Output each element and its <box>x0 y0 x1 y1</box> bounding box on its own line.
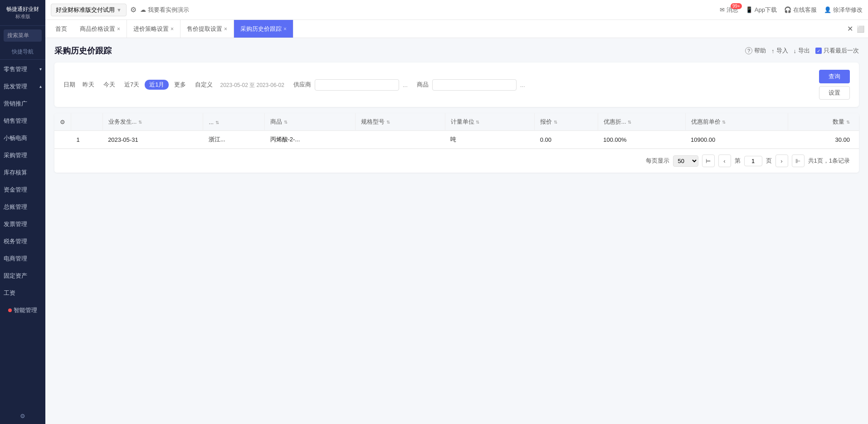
table-gear-col[interactable]: ⚙ <box>54 113 71 131</box>
tab-history-price[interactable]: 采购历史价跟踪 × <box>234 20 293 38</box>
th-discount-label: 优惠折... <box>604 118 626 125</box>
supplier-dots[interactable]: ... <box>403 82 408 88</box>
th-quote[interactable]: 报价 ⇅ <box>535 113 598 131</box>
th-business-date[interactable]: 业务发生... ⇅ <box>102 113 203 131</box>
th-quantity[interactable]: 数量 ⇅ <box>788 113 859 131</box>
goods-input[interactable] <box>432 79 517 91</box>
sidebar-item-tax[interactable]: 税务管理 <box>0 233 45 250</box>
th-discount[interactable]: 优惠折... ⇅ <box>598 113 685 131</box>
th-goods[interactable]: 商品 ⇅ <box>265 113 356 131</box>
tab-sale-price[interactable]: 售价提取设置 × <box>180 20 234 38</box>
th-spec-label: 规格型号 <box>361 118 385 125</box>
sidebar-item-invoice[interactable]: 发票管理 <box>0 216 45 233</box>
only-last-checkbox[interactable]: ✓ <box>815 48 822 54</box>
sidebar-item-marketing[interactable]: 营销推广 <box>0 95 45 112</box>
only-last-checkbox-group[interactable]: ✓ 只看最后一次 <box>815 47 859 55</box>
app-download-btn[interactable]: 📱 App下载 <box>746 6 777 14</box>
next-page-btn[interactable]: › <box>775 154 788 167</box>
import-btn[interactable]: ↑ 导入 <box>771 47 788 55</box>
tab-sale-price-close-icon[interactable]: × <box>224 26 227 32</box>
date-btn-more[interactable]: 更多 <box>171 80 190 90</box>
export-icon: ↓ <box>794 48 797 54</box>
sidebar-item-ecommerce[interactable]: 电商管理 <box>0 250 45 267</box>
sort-discount-icon: ⇅ <box>628 120 631 125</box>
tab-purchase-strategy-close-icon[interactable]: × <box>171 26 174 32</box>
version-label: 好业财标准版交付试用 <box>56 6 115 14</box>
sidebar-divider <box>0 59 45 60</box>
row-unit-cell: 吨 <box>445 131 535 149</box>
export-btn[interactable]: ↓ 导出 <box>794 47 810 55</box>
per-page-select[interactable]: 50 10 20 100 <box>673 155 698 167</box>
pagination: 每页显示 50 10 20 100 ⊨ ‹ 第 页 › ⊩ 共1页，1条记录 <box>54 149 859 173</box>
sidebar-item-sales[interactable]: 销售管理 <box>0 112 45 130</box>
row-gear-cell <box>54 131 71 149</box>
tab-price-label: 商品价格设置 <box>80 25 115 33</box>
service-btn[interactable]: 🎧 在线客服 <box>784 6 817 14</box>
tab-price-close-icon[interactable]: × <box>117 26 120 32</box>
tab-price[interactable]: 商品价格设置 × <box>73 20 127 38</box>
sidebar-item-retail[interactable]: 零售管理 ▾ <box>0 61 45 78</box>
demo-label: 我要看实例演示 <box>148 6 189 14</box>
tab-purchase-strategy[interactable]: 进价策略设置 × <box>127 20 180 38</box>
version-select[interactable]: 好业财标准版交付试用 ▼ <box>51 4 127 16</box>
prev-page-btn[interactable]: ‹ <box>718 154 731 167</box>
sidebar-item-purchase[interactable]: 采购管理 <box>0 147 45 164</box>
sort-spec-icon: ⇅ <box>386 120 390 125</box>
service-label: 在线客服 <box>793 6 817 14</box>
user-menu-btn[interactable]: 👤 徐泽华修改 <box>824 6 863 14</box>
sidebar-search-btn[interactable]: 搜索菜单 <box>4 29 42 42</box>
page-number-input[interactable] <box>744 156 762 166</box>
sidebar-item-payroll[interactable]: 工资 <box>0 284 45 302</box>
smart-dot-icon <box>8 308 12 312</box>
goods-dots[interactable]: ... <box>520 82 525 88</box>
settings-icon[interactable]: ⚙ <box>130 5 137 14</box>
sidebar-item-inventory[interactable]: 库存核算 <box>0 164 45 181</box>
sidebar-item-ecommerce-small[interactable]: 小畅电商 <box>0 130 45 147</box>
wholesale-arrow-icon: ▴ <box>39 84 42 89</box>
tab-history-price-label: 采购历史价跟踪 <box>240 25 282 33</box>
tab-history-price-close-icon[interactable]: × <box>283 26 287 32</box>
query-btn[interactable]: 查询 <box>819 70 850 83</box>
settings-btn[interactable]: 设置 <box>819 86 850 100</box>
row-pre-discount-price-cell: 10900.00 <box>685 131 788 149</box>
sidebar-item-fixed-assets[interactable]: 固定资产 <box>0 267 45 284</box>
window-close-icon[interactable]: ✕ <box>847 24 853 33</box>
sort-more-icon: ⇅ <box>215 120 219 125</box>
sidebar-logo: 畅捷通好业财 标准版 <box>0 0 45 26</box>
row-index-cell: 1 <box>71 131 103 149</box>
sidebar-item-finance[interactable]: 资金管理 <box>0 181 45 198</box>
sidebar-item-wholesale[interactable]: 批发管理 ▴ <box>0 78 45 95</box>
sidebar-item-general-ledger[interactable]: 总账管理 <box>0 198 45 216</box>
data-table: ⚙ 业务发生... ⇅ ... ⇅ 商品 ⇅ <box>54 113 859 149</box>
supplier-input[interactable] <box>315 79 399 91</box>
date-btn-yesterday[interactable]: 昨天 <box>79 80 98 90</box>
window-maximize-icon[interactable]: ⬜ <box>857 25 864 33</box>
sidebar-gear-btn[interactable]: ⚙ <box>0 408 45 424</box>
sidebar-search-area[interactable]: 搜索菜单 <box>0 26 45 45</box>
page-content: 采购历史价跟踪 ? 帮助 ↑ 导入 ↓ 导出 ✓ 只看最后一次 <box>45 38 868 424</box>
sidebar-quick-nav[interactable]: 快捷导航 <box>0 45 45 58</box>
first-page-btn[interactable]: ⊨ <box>702 154 715 167</box>
th-business-date-label: 业务发生... <box>108 118 137 125</box>
date-btn-1month[interactable]: 近1月 <box>145 80 169 90</box>
table-gear-icon[interactable]: ⚙ <box>60 119 65 125</box>
sidebar-item-smart[interactable]: 智能管理 <box>0 302 45 319</box>
per-page-label: 每页显示 <box>646 157 669 165</box>
sidebar: 畅捷通好业财 标准版 搜索菜单 快捷导航 零售管理 ▾ 批发管理 ▴ 营销推广 … <box>0 0 45 424</box>
cloud-icon: ☁ <box>140 6 146 13</box>
tab-home[interactable]: 首页 <box>49 20 73 38</box>
message-btn[interactable]: ✉ 消息 99+ <box>720 6 738 14</box>
last-page-btn[interactable]: ⊩ <box>792 154 805 167</box>
date-btn-today[interactable]: 今天 <box>100 80 119 90</box>
th-unit[interactable]: 计量单位 ⇅ <box>445 113 535 131</box>
th-pre-discount-price[interactable]: 优惠前单价 ⇅ <box>685 113 788 131</box>
help-btn[interactable]: ? 帮助 <box>745 47 766 55</box>
th-spec[interactable]: 规格型号 ⇅ <box>356 113 445 131</box>
version-dropdown-icon: ▼ <box>117 7 122 13</box>
date-btn-custom[interactable]: 自定义 <box>191 80 216 90</box>
row-goods-cell: 丙烯酸-2-... <box>265 131 356 149</box>
demo-btn[interactable]: ☁ 我要看实例演示 <box>140 6 189 14</box>
page-suffix: 页 <box>766 157 772 165</box>
th-more-label: ... <box>209 119 214 125</box>
date-btn-7days[interactable]: 近7天 <box>121 80 143 90</box>
